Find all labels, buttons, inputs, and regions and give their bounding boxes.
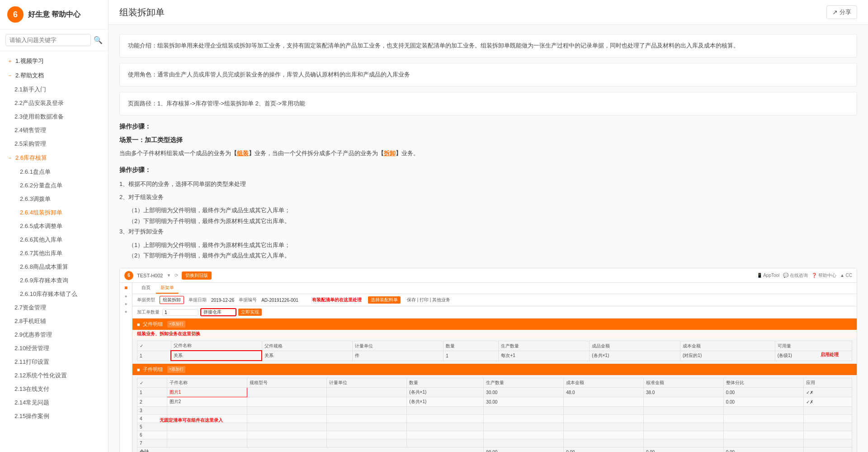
annotation1: 有装配清单的在这里处理 — [312, 297, 362, 303]
mock-confirm-btn[interactable]: 立即实现 — [238, 309, 262, 316]
mock-refresh-icon: ⟳ — [175, 273, 178, 278]
mock-section-label: 父件明细 — [143, 321, 163, 328]
mock-upper-table: ✓ 父件名称 父件规格 计量单位 数量 生产数量 成品金额 成本金额 可用量 — [137, 341, 852, 361]
mock-date-label: 单据日期 — [189, 297, 207, 303]
mock-th-unit: 计量单位 — [353, 341, 443, 351]
mock-tab-new[interactable]: 新架单 — [156, 283, 179, 294]
sidebar-item-install[interactable]: 2.2产品安装及登录 — [0, 96, 108, 110]
ops-title: 操作步骤： — [119, 123, 857, 131]
table-row: 5 — [137, 423, 852, 431]
table-row: 3 — [137, 407, 852, 415]
search-input[interactable] — [5, 34, 91, 46]
mock-layout: ■ ● ● ● 自页 新架单 单据类型 — [120, 283, 857, 452]
sidebar-item-mobile[interactable]: 2.8手机旺辅 — [0, 314, 108, 328]
mock-type-label: 单据类型 — [137, 297, 155, 303]
sidebar-item-video[interactable]: ＋ 1.视频学习 — [0, 54, 108, 68]
mock-ltd-check: 1 — [137, 388, 167, 397]
annotation3: 组装业务、拆卸业务在这里切换 — [137, 331, 200, 336]
mock-switch-btn[interactable]: 切换到旧版 — [182, 271, 212, 280]
sidebar-item-stock-query[interactable]: 2.6.9库存账本查询 — [0, 274, 108, 287]
sidebar-item-cases[interactable]: 2.15操作案例 — [0, 409, 108, 423]
sidebar-item-coupon[interactable]: 2.9优惠券管理 — [0, 328, 108, 342]
mock-th-prod-qty: 生产数量 — [499, 341, 590, 351]
role-text: 使用角色：通常由生产人员或库管人员完成折装业务的操作，库管人员确认原材料的出库和… — [128, 71, 410, 78]
page-title: 组装拆卸单 — [119, 6, 165, 19]
main-content: 功能介绍：组装拆卸单用来处理企业组装或拆卸等加工业务，支持有固定装配清单的产品加… — [108, 25, 868, 452]
mock-th-prod-amount: 成品金额 — [590, 341, 680, 351]
mock-ltd-empty3: 3 — [137, 407, 167, 415]
sidebar-item-print[interactable]: 2.11打印设置 — [0, 355, 108, 369]
sidebar-item-purchase[interactable]: 2.5采购管理 — [0, 137, 108, 151]
path-text: 页面路径：1、库存核算->库存管理->组装拆卸单 2、首页->常用功能 — [128, 100, 305, 107]
mock-icon-consult: 💬 在线咨询 — [783, 272, 808, 279]
mock-add-row-btn[interactable]: +添加行 — [167, 321, 185, 328]
assembly-link[interactable]: 组装 — [237, 150, 249, 157]
mock-td-spec: 关系 — [262, 351, 353, 361]
mock-icons-right: 📱 AppTool 💬 在线咨询 ❓ 帮助中心 ▲ CC — [757, 272, 852, 279]
mock-add-row-btn2[interactable]: +添加行 — [167, 366, 185, 373]
sidebar-item-faq[interactable]: 2.14常见问题 — [0, 396, 108, 409]
annotation4: 启用处理 — [821, 352, 839, 358]
sidebar-item-assembly[interactable]: 2.6.4组装拆卸单 — [0, 206, 108, 219]
role-block: 使用角色：通常由生产人员或库管人员完成折装业务的操作，库管人员确认原材料的出库和… — [119, 63, 857, 86]
sidebar-item-other-out[interactable]: 2.6.7其他出库单 — [0, 247, 108, 260]
sidebar-item-ops[interactable]: 2.10经营管理 — [0, 342, 108, 355]
mock-code-val: AD-20191226-001 — [261, 298, 298, 303]
mock-toolbar: 加工单数量 拼接仓库 立即实现 — [132, 306, 857, 319]
search-button[interactable]: 🔍 — [94, 36, 103, 44]
table-row: 6 — [137, 431, 852, 439]
annotation3-area: 组装业务、拆卸业务在这里切换 — [132, 330, 857, 338]
sidebar-item-online-pay[interactable]: 2.13在线支付 — [0, 382, 108, 396]
sidebar-item-cost-recalc[interactable]: 2.6.8商品成本重算 — [0, 260, 108, 274]
mock-td-prod-amount: (各共×1) — [590, 351, 680, 361]
intro-block: 功能介绍：组装拆卸单用来处理企业组装或拆卸等加工业务，支持有固定装配清单的产品加… — [119, 34, 857, 57]
mock-lower-table-wrapper: ✓ 子件名称 规格型号 计量单位 数量 生产数量 成本金额 核准金额 整体分比 — [132, 375, 857, 452]
sidebar-item-docs[interactable]: － 2.帮助文档 — [0, 68, 108, 83]
mock-lth-spec: 规格型号 — [247, 378, 327, 388]
mock-warehouse-select[interactable]: 拼接仓库 — [201, 309, 236, 315]
sidebar-item-predata[interactable]: 2.3使用前数据准备 — [0, 110, 108, 124]
screenshot-container: 6 TEST-H002 ▼ ⟳ 切换到旧版 📱 AppTool 💬 在线咨询 ❓… — [119, 268, 857, 452]
mock-ltd-empty6: 6 — [137, 431, 167, 439]
sidebar-item-adjust[interactable]: 2.6.3调拨单 — [0, 192, 108, 206]
mock-td-unit: 件 — [353, 351, 443, 361]
mock-bom-btn[interactable]: 选择装配料单 — [368, 296, 401, 304]
mock-ltd-prodqty1: 30.00 — [484, 388, 564, 397]
sidebar-item-cost-adjust[interactable]: 2.6.5成本调整单 — [0, 219, 108, 233]
sidebar-item-inventory[interactable]: － 2.6库存核算 — [0, 151, 108, 165]
mock-dropdown-icon: ▼ — [166, 273, 171, 278]
mock-lth-check: ✓ — [137, 378, 167, 388]
logo-icon: 6 — [7, 6, 24, 23]
sidebar-item-stocktake[interactable]: 2.6.1盘点单 — [0, 165, 108, 179]
sidebar-item-personal[interactable]: 2.12系统个性化设置 — [0, 369, 108, 382]
sidebar-item-newbie[interactable]: 2.1新手入门 — [0, 83, 108, 96]
mock-ltd-apply2[interactable]: ✓✗ — [803, 397, 852, 407]
annotation2-container: 拼接仓库 — [201, 309, 236, 315]
share-icon: ↗ — [832, 9, 838, 16]
main-header: 组装拆卸单 ↗ 分享 — [108, 0, 868, 25]
table-row: 4 — [137, 415, 852, 423]
mock-lth-child-name: 子件名称 — [167, 378, 247, 388]
sidebar-item-other-in[interactable]: 2.6.6其他入库单 — [0, 233, 108, 247]
disassembly-link[interactable]: 拆卸 — [384, 150, 396, 157]
mock-qty-input[interactable] — [162, 309, 198, 316]
mock-td-parent-name[interactable]: 关系 — [171, 351, 262, 361]
share-button[interactable]: ↗ 分享 — [826, 5, 857, 19]
table-row: 7 — [137, 439, 852, 447]
mock-ltd-ratio2: 0.00 — [723, 397, 803, 407]
mock-app: 6 TEST-H002 ▼ ⟳ 切换到旧版 📱 AppTool 💬 在线咨询 ❓… — [120, 268, 857, 452]
mock-total-val1: 99.00 — [484, 447, 564, 452]
mock-ltd-apply1[interactable]: ✓✗ — [803, 388, 852, 397]
sidebar-item-stock-error[interactable]: 2.6.10库存账本错了么 — [0, 287, 108, 301]
sidebar-item-sales[interactable]: 2.4销售管理 — [0, 124, 108, 137]
mock-sidebar-left: ■ ● ● ● — [120, 283, 132, 452]
minus-icon: － — [7, 72, 13, 80]
logo-area: 6 好生意 帮助中心 — [0, 0, 108, 29]
intro-text: 功能介绍：组装拆卸单用来处理企业组装或拆卸等加工业务，支持有固定装配清单的产品加… — [128, 42, 739, 49]
mock-action-btns: 保存 | 打印 | 其他业务 — [407, 297, 450, 303]
sidebar-item-split-stocktake[interactable]: 2.6.2分量盘点单 — [0, 179, 108, 192]
mock-code-label: 单据编号 — [239, 297, 257, 303]
mock-td-available: (各级1) — [775, 351, 852, 361]
sidebar-item-fund[interactable]: 2.7资金管理 — [0, 301, 108, 314]
mock-tab-home[interactable]: 自页 — [137, 283, 155, 294]
